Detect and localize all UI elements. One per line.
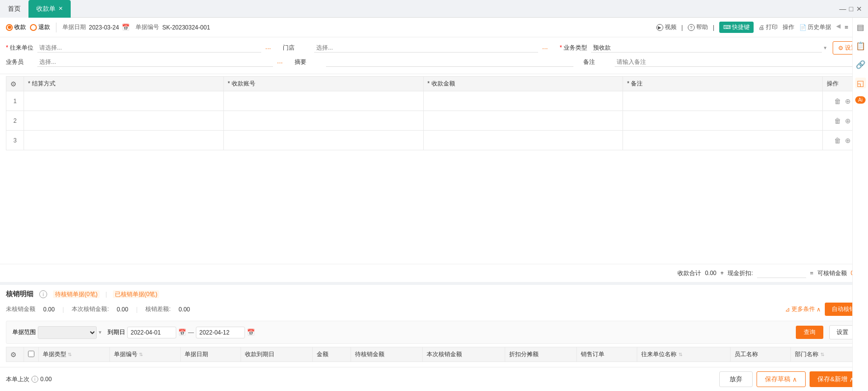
save-draft-button[interactable]: 保存草稿 ∧ <box>757 371 806 387</box>
row-2-account-input[interactable] <box>224 111 423 130</box>
ai-badge[interactable]: Ai <box>855 96 866 104</box>
operate-btn[interactable]: 操作 <box>783 23 794 31</box>
available-label: 可核销金额 <box>817 269 847 278</box>
sidebar-link-icon[interactable]: 🔗 <box>855 59 866 70</box>
store-input[interactable] <box>314 43 538 53</box>
verify-col-order: 销售订单 <box>577 347 637 362</box>
cal-from-icon[interactable]: 📅 <box>178 329 186 336</box>
tab-receipt[interactable]: 收款单 ✕ <box>28 0 71 18</box>
filter-settings-button[interactable]: 设置 <box>829 325 856 339</box>
verify-info-icon[interactable]: i <box>39 290 47 298</box>
operate-label: 操作 <box>783 23 794 31</box>
row-3-delete-icon[interactable]: 🗑 <box>834 137 841 144</box>
row-3-amount[interactable] <box>423 131 623 150</box>
completed-tab[interactable]: 已核销单据(0笔) <box>113 290 160 299</box>
row-3-copy-icon[interactable]: ⊕ <box>845 137 851 144</box>
radio-receive[interactable]: 收款 <box>6 23 26 31</box>
row-3-settlement-input[interactable] <box>24 131 223 150</box>
row-2-amount-input[interactable] <box>424 111 623 130</box>
cal-to-icon[interactable]: 📅 <box>247 329 255 336</box>
table-gear-icon[interactable]: ⚙ <box>10 80 17 88</box>
date-to-input[interactable] <box>196 327 245 338</box>
prev-nav-icon[interactable]: ◀ <box>836 23 841 32</box>
row-3-account[interactable] <box>223 131 423 150</box>
row-2-amount[interactable] <box>423 111 623 131</box>
row-1-settlement-input[interactable] <box>24 91 223 111</box>
query-button[interactable]: 查询 <box>796 326 823 339</box>
verify-col-counterpart[interactable]: 往来单位名称 ⇅ <box>637 347 731 362</box>
select-all-checkbox[interactable] <box>28 351 34 357</box>
row-2-remark[interactable] <box>623 111 823 131</box>
summary-input[interactable] <box>326 57 573 67</box>
history-btn[interactable]: 📄 历史单据 <box>799 23 831 31</box>
range-dropdown-icon[interactable]: ▾ <box>99 329 102 335</box>
completed-tab-label: 已核销单据(0笔) <box>113 290 160 298</box>
row-1-settlement[interactable] <box>24 91 224 111</box>
counterpart-field: * 往来单位 ··· <box>6 43 273 53</box>
row-2-copy-icon[interactable]: ⊕ <box>845 117 851 125</box>
business-type-input[interactable] <box>591 43 822 53</box>
counterpart-more-btn[interactable]: ··· <box>263 44 273 52</box>
row-3-account-input[interactable] <box>224 131 423 150</box>
prev-info-icon[interactable]: i <box>31 376 38 383</box>
minimize-icon[interactable]: — <box>840 5 846 13</box>
verify-gear-icon[interactable]: ⚙ <box>10 351 17 359</box>
table-section: ⚙ * 结算方式 * 收款账号 * 收款金额 * 备注 操作 <box>0 74 868 264</box>
tab-close-icon[interactable]: ✕ <box>58 5 63 12</box>
save-new-label: 保存&新增 <box>817 375 847 384</box>
row-1-remark[interactable] <box>623 91 823 111</box>
date-separator: — <box>188 329 194 336</box>
sidebar-expand-icon[interactable]: ◱ <box>855 78 866 88</box>
more-conditions-btn[interactable]: ⊿ 更多条件 ∧ <box>785 305 821 313</box>
row-1-account-input[interactable] <box>224 91 423 111</box>
counterpart-input[interactable] <box>37 43 261 53</box>
row-2-delete-icon[interactable]: 🗑 <box>834 117 841 125</box>
radio-receive-label: 收款 <box>14 23 26 31</box>
video-btn[interactable]: ▶ 视频 <box>656 23 677 31</box>
help-btn[interactable]: ? 帮助 <box>688 23 708 31</box>
row-1-delete-icon[interactable]: 🗑 <box>834 97 841 105</box>
verify-col-discount: 折扣分摊额 <box>505 347 577 362</box>
verify-stats: 未核销金额 0.00 | 本次核销金额: 0.00 | 核销差额: 0.00 ⊿… <box>6 303 862 316</box>
doc-date-icon[interactable]: 📅 <box>122 24 130 31</box>
row-1-copy-icon[interactable]: ⊕ <box>845 97 851 105</box>
salesperson-input[interactable] <box>37 57 273 67</box>
radio-receive-dot <box>6 24 13 31</box>
discard-button[interactable]: 放弃 <box>719 371 753 387</box>
sort-no-icon: ⇅ <box>139 352 143 357</box>
row-1-amount-input[interactable] <box>424 91 623 111</box>
list-view-btn[interactable]: ≡ <box>841 23 851 32</box>
row-1-amount[interactable] <box>423 91 623 111</box>
maximize-icon[interactable]: □ <box>849 5 853 13</box>
print-btn[interactable]: 🖨 打印 <box>759 23 778 31</box>
row-2-remark-input[interactable] <box>623 111 822 130</box>
row-3-remark-input[interactable] <box>623 131 822 150</box>
row-2-settlement-input[interactable] <box>24 111 223 130</box>
close-window-icon[interactable]: ✕ <box>856 5 862 13</box>
row-1-remark-input[interactable] <box>623 91 822 111</box>
row-3-amount-input[interactable] <box>424 131 623 150</box>
tab-home[interactable]: 首页 <box>0 0 28 18</box>
discount-input[interactable] <box>757 268 806 278</box>
remark-input[interactable] <box>615 57 862 67</box>
verify-col-type[interactable]: 单据类型 ⇅ <box>39 347 110 362</box>
row-2-account[interactable] <box>223 111 423 131</box>
sidebar-table-icon[interactable]: ▤ <box>855 22 866 32</box>
date-from-input[interactable] <box>127 327 176 338</box>
business-type-dropdown-icon[interactable]: ▾ <box>824 45 827 51</box>
row-2-settlement[interactable] <box>24 111 224 131</box>
verify-col-dept[interactable]: 部门名称 ⇅ <box>791 347 862 362</box>
row-3-settlement[interactable] <box>24 131 224 150</box>
shortcut-btn[interactable]: ⌨ 快捷键 <box>719 22 754 33</box>
setting-gear-icon: ⚙ <box>838 45 843 52</box>
total-label: 收款合计 <box>678 269 701 278</box>
pending-tab[interactable]: 待核销单据(0笔) <box>53 290 100 299</box>
row-1-account[interactable] <box>223 91 423 111</box>
verify-col-no[interactable]: 单据编号 ⇅ <box>109 347 181 362</box>
radio-refund[interactable]: 退款 <box>30 23 50 31</box>
sidebar-list-icon[interactable]: 📋 <box>855 40 866 51</box>
row-3-remark[interactable] <box>623 131 823 150</box>
salesperson-more-btn[interactable]: ··· <box>275 58 285 66</box>
store-more-btn[interactable]: ··· <box>540 44 550 52</box>
range-select[interactable] <box>38 326 97 339</box>
